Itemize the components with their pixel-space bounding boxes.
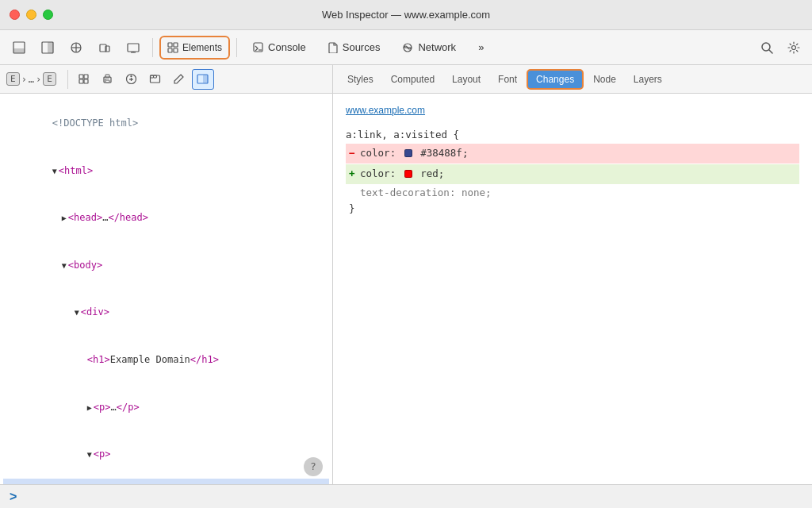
diff-plus-sign: + [349,166,360,183]
crosshair-icon [70,41,82,54]
inspector-toolbar: E › … › E [0,65,332,94]
bottom-bar: > [0,484,812,508]
search-button[interactable] [755,36,779,60]
layout-tab[interactable]: Layout [444,69,488,90]
settings-button[interactable] [782,36,806,60]
console-tab-button[interactable]: Console [243,36,316,60]
network-tab-button[interactable]: Network [393,36,465,60]
source-url[interactable]: www.example.com [346,103,799,119]
right-panel: Styles Computed Layout Font Changes Node… [333,65,812,484]
layout-icon-2[interactable] [35,36,60,60]
dom-line-h1[interactable]: <h1>Example Domain</h1> [3,337,329,384]
diff-removed-line: − color: #38488f; [346,144,799,164]
inspector-accessibility-btn[interactable] [121,69,143,90]
svg-rect-13 [174,43,178,47]
maximize-button[interactable] [43,10,53,20]
responsive-icon [98,41,111,54]
sidebar-toggle-icon [197,73,209,85]
dom-line-body-open[interactable]: ▼<body> [3,242,329,290]
svg-rect-24 [84,75,88,79]
sep-inspector [67,70,68,89]
network-tab-label: Network [418,41,456,53]
dom-line-p1[interactable]: ▶<p>…</p> [3,383,329,431]
node-tab[interactable]: Node [585,69,624,90]
accessibility-icon [125,73,137,85]
layout-icon-5[interactable] [121,36,146,60]
svg-rect-35 [151,75,160,83]
left-panel: E › … › E [0,65,333,484]
elements-tab-button[interactable]: Elements [159,36,230,60]
svg-rect-3 [48,42,53,53]
changes-tab[interactable]: Changes [527,69,584,90]
svg-rect-23 [79,75,83,79]
dock-side-icon [41,41,54,54]
dom-line-p2-open[interactable]: ▼<p> [3,431,329,479]
inspector-screenshot-btn[interactable] [144,69,167,90]
triangle-body[interactable]: ▼ [62,261,67,270]
more-tabs-button[interactable]: » [469,36,493,60]
diff-close-brace: } [346,201,799,217]
console-prompt[interactable]: > [10,490,17,504]
breadcrumb-e1[interactable]: E [6,72,20,86]
breadcrumb-e2[interactable]: E [43,72,56,86]
style-tabs: Styles Computed Layout Font Changes Node… [333,65,812,94]
inspector-pen-btn[interactable] [168,69,190,90]
pen-icon [173,73,185,85]
layout-icon-4[interactable] [92,36,117,60]
svg-rect-12 [168,43,172,47]
elements-tab-label: Elements [182,42,222,53]
main-content: E › … › E [0,65,812,484]
svg-point-22 [792,45,796,49]
triangle-div[interactable]: ▼ [75,308,79,317]
more-icon: » [478,41,484,53]
diff-neutral-line: text-decoration: none; [346,185,799,202]
layers-tab[interactable]: Layers [626,69,670,90]
svg-rect-15 [174,48,178,52]
console-tab-label: Console [268,41,306,53]
help-button[interactable]: ? [304,457,323,476]
diff-added-text: color: red; [360,166,444,183]
dom-line-a[interactable]: <a href="https:// www.iana.org/domains/ … [3,479,329,485]
node-styles-icon [78,73,90,85]
changes-content: www.example.com a:link, a:visited { − co… [333,94,812,484]
layout-icon-1[interactable] [6,36,32,60]
svg-rect-26 [84,79,88,83]
svg-rect-37 [154,75,157,78]
svg-rect-36 [151,75,154,78]
triangle-html[interactable]: ▼ [52,167,57,175]
triangle-p1[interactable]: ▶ [87,403,92,412]
inspector-sidebar-btn[interactable] [192,69,214,90]
separator-1 [152,38,153,57]
dom-line-head[interactable]: ▶<head>…</head> [3,194,329,242]
triangle-head[interactable]: ▶ [62,214,67,222]
triangle-p2[interactable]: ▼ [87,450,92,459]
svg-line-21 [769,50,772,53]
dom-line-div-open[interactable]: ▼<div> [3,289,329,337]
close-button[interactable] [10,10,20,20]
separator-2 [236,38,237,57]
monitor-icon [127,41,140,54]
diff-removed-text: color: #38488f; [360,145,468,162]
removed-color-swatch [404,149,412,157]
sources-tab-label: Sources [343,41,381,53]
breadcrumb-dots-2: … [29,74,34,85]
svg-point-32 [131,75,132,77]
inspector-node-styles-btn[interactable] [73,69,95,90]
svg-rect-25 [79,79,83,83]
font-tab[interactable]: Font [490,69,525,90]
traffic-lights [10,10,53,20]
layout-icon-3[interactable] [63,36,89,60]
window-title: Web Inspector — www.example.com [322,9,490,21]
added-color-swatch [404,170,412,178]
svg-rect-9 [128,44,139,52]
console-icon [253,42,263,52]
sources-tab-button[interactable]: Sources [319,36,390,60]
computed-tab[interactable]: Computed [383,69,442,90]
dom-line-doctype[interactable]: <!DOCTYPE html> [3,100,329,148]
css-rule-block: a:link, a:visited { − color: #38488f; + … [346,127,799,217]
svg-rect-29 [105,80,109,83]
dom-line-html-open[interactable]: ▼<html> [3,148,329,195]
styles-tab[interactable]: Styles [339,69,381,90]
inspector-print-btn[interactable] [97,69,119,90]
minimize-button[interactable] [26,10,36,20]
